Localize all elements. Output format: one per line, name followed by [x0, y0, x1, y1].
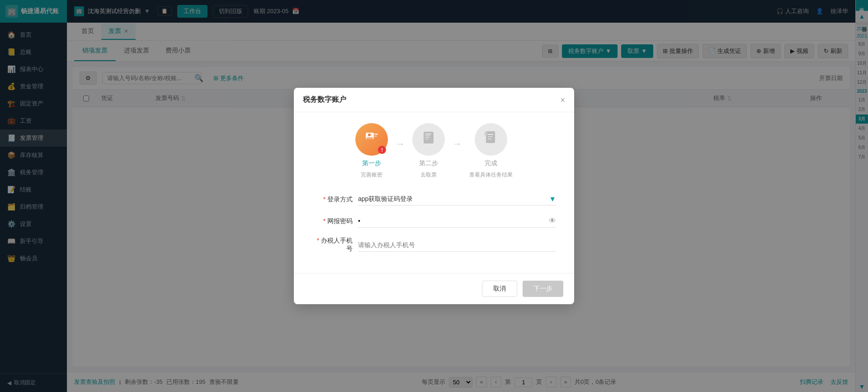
- svg-rect-8: [425, 137, 429, 138]
- step-2: 第二步 去取票: [412, 123, 445, 179]
- login-method-dropdown-icon: ▼: [549, 195, 556, 203]
- step-3-icon-wrap: [475, 123, 507, 156]
- modal-title: 税务数字账户: [303, 95, 346, 105]
- password-field-wrap: 👁: [358, 215, 556, 228]
- step-3: 完成 查看具体任务结果: [469, 123, 513, 179]
- modal-close-btn[interactable]: ×: [560, 96, 565, 104]
- step-1-sublabel: 完善账密: [361, 171, 382, 179]
- login-method-label: * 登录方式: [312, 196, 353, 204]
- step-2-label: 第二步: [419, 159, 438, 167]
- step-2-icon-wrap: [412, 123, 445, 156]
- step-1: ! 第一步 完善账密: [355, 123, 388, 179]
- step-1-badge: !: [378, 146, 386, 154]
- svg-rect-14: [485, 132, 487, 135]
- modal-header: 税务数字账户 ×: [294, 88, 574, 112]
- step-arrow-2: →: [452, 138, 462, 150]
- password-label: * 网报密码: [312, 217, 353, 225]
- svg-rect-4: [374, 136, 377, 137]
- form-row-phone: * 办税人手机号: [312, 237, 556, 253]
- svg-rect-9: [425, 139, 429, 140]
- step-3-sublabel: 查看具体任务结果: [469, 171, 513, 179]
- phone-label: * 办税人手机号: [312, 237, 353, 253]
- step-2-icon: [420, 129, 437, 150]
- step-3-label: 完成: [485, 159, 497, 167]
- modal-overlay[interactable]: 税务数字账户 ×: [0, 0, 868, 392]
- next-btn[interactable]: 下一步: [523, 281, 563, 297]
- tax-digital-account-modal: 税务数字账户 ×: [294, 88, 574, 304]
- svg-rect-3: [374, 134, 378, 135]
- form-row-login-method: * 登录方式 app获取验证码登录 ▼: [312, 193, 556, 206]
- form-row-password: * 网报密码 👁: [312, 215, 556, 228]
- login-method-select[interactable]: app获取验证码登录 ▼: [358, 193, 556, 206]
- modal-body: ! 第一步 完善账密 →: [294, 112, 574, 273]
- step-1-label: 第一步: [362, 159, 381, 167]
- svg-rect-7: [425, 135, 430, 136]
- modal-footer: 取消 下一步: [294, 273, 574, 304]
- toggle-password-icon[interactable]: 👁: [549, 217, 556, 225]
- svg-rect-2: [367, 138, 373, 139]
- step-1-icon-wrap: !: [355, 123, 388, 156]
- step-1-icon: [363, 129, 380, 150]
- login-method-value: app获取验证码登录: [358, 195, 549, 203]
- steps: ! 第一步 完善账密 →: [312, 123, 556, 179]
- cancel-btn[interactable]: 取消: [482, 281, 517, 297]
- svg-point-1: [368, 134, 371, 136]
- step-3-icon: [482, 129, 500, 150]
- phone-input[interactable]: [358, 239, 556, 252]
- step-2-sublabel: 去取票: [420, 171, 437, 179]
- password-input[interactable]: [358, 215, 549, 227]
- step-arrow-1: →: [395, 138, 405, 150]
- svg-rect-6: [425, 134, 431, 134]
